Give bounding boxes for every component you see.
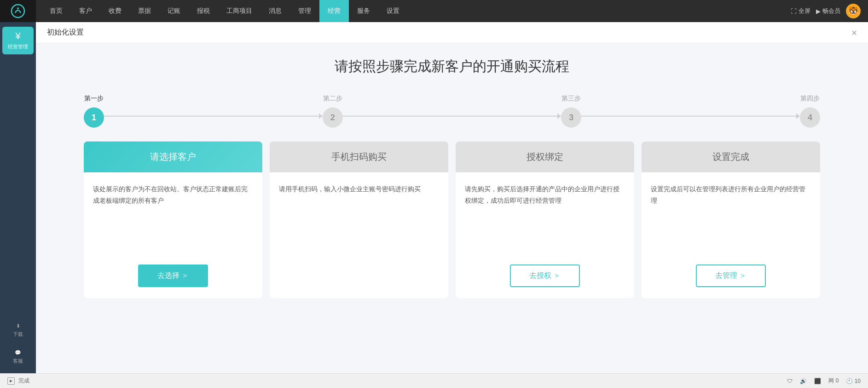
status-left: ▶ 完成 [7, 377, 29, 385]
card-4: 设置完成 设置完成后可以在管理列表进行所有企业用户的经营管理 去管理 ＞ [642, 141, 820, 298]
section-title: 请按照步骤完成新客户的开通购买流程 [54, 57, 850, 76]
card-4-body: 设置完成后可以在管理列表进行所有企业用户的经营管理 [642, 172, 820, 257]
status-right: 🛡 🔊 ⬛ 网 0 🕙 10 [787, 377, 861, 385]
status-text: 完成 [18, 377, 29, 385]
card-3-header: 授权绑定 [456, 141, 634, 172]
cards-row: 请选择客户 该处展示的客户为不在回收站、客户状态正常建账后完成老板端绑定的所有客… [84, 141, 820, 298]
volume-icon: 🔊 [800, 378, 807, 384]
nav-operation[interactable]: 经营 [319, 0, 349, 22]
step-3-circle: 3 [561, 107, 581, 128]
step-2-label: 第二步 [323, 94, 342, 103]
arrow-2 [557, 113, 561, 119]
connector-2-3 [343, 113, 561, 119]
card-2-header: 手机扫码购买 [270, 141, 448, 172]
sidebar-download[interactable]: ⬇ 下载 [2, 319, 34, 342]
yuan-icon: ¥ [15, 31, 20, 41]
card-1-header: 请选择客户 [84, 141, 262, 172]
nav-accounting[interactable]: 记账 [159, 0, 189, 22]
step-4-circle: 4 [800, 107, 820, 128]
card-4-footer: 去管理 ＞ [642, 257, 820, 298]
nav-client[interactable]: 客户 [71, 0, 100, 22]
step-3: 第三步 3 [561, 94, 581, 128]
app-logo [0, 0, 36, 22]
connector-1-2 [104, 113, 323, 119]
step-2-circle: 2 [323, 107, 343, 128]
main-layout: ¥ 经营管理 ⬇ 下载 💬 客服 初始化设置 × 请按照步骤完成新客户的开通购买… [0, 22, 868, 373]
shield-icon: 🛡 [787, 378, 793, 384]
network-status: 网 0 [828, 377, 839, 385]
nav-message[interactable]: 消息 [260, 0, 290, 22]
nav-right-actions: ⛶ 全屏 ▶ 畅会员 🐯 [791, 4, 861, 18]
step-2: 第二步 2 [323, 94, 343, 128]
step-1-circle: 1 [84, 107, 104, 128]
card-4-header: 设置完成 [642, 141, 820, 172]
nav-settings[interactable]: 设置 [378, 0, 408, 22]
card-3-body: 请先购买，购买后选择开通的产品中的企业用户进行授权绑定，成功后即可进行经营管理 [456, 172, 634, 257]
step-4: 第四步 4 [800, 94, 820, 128]
sidebar: ¥ 经营管理 ⬇ 下载 💬 客服 [0, 22, 36, 373]
line-2 [343, 116, 558, 117]
clock-status: 🕙 10 [846, 378, 861, 384]
top-navigation: 首页 客户 收费 票据 记账 报税 工商项目 消息 管理 经营 服务 设置 ⛶ … [0, 0, 868, 22]
step-1: 第一步 1 [84, 94, 104, 128]
steps-row: 第一步 1 第二步 2 [84, 94, 820, 128]
card-3-button[interactable]: 去授权 ＞ [510, 265, 580, 287]
nav-invoice[interactable]: 票据 [130, 0, 159, 22]
card-2-body: 请用手机扫码，输入小微企业主账号密码进行购买 [270, 172, 448, 280]
page-title: 初始化设置 [47, 28, 84, 37]
step-1-label: 第一步 [84, 94, 104, 103]
step-4-label: 第四步 [800, 94, 820, 103]
sidebar-label-operation: 经营管理 [8, 43, 28, 50]
card-1-footer: 去选择 ＞ [84, 257, 262, 298]
close-button[interactable]: × [851, 28, 857, 37]
play-button[interactable]: ▶ [7, 377, 15, 385]
vip-button[interactable]: ▶ 畅会员 [816, 7, 840, 15]
card-3: 授权绑定 请先购买，购买后选择开通的产品中的企业用户进行授权绑定，成功后即可进行… [456, 141, 634, 298]
card-2: 手机扫码购买 请用手机扫码，输入小微企业主账号密码进行购买 [270, 141, 448, 298]
connector-3-4 [581, 113, 800, 119]
fullscreen-button[interactable]: ⛶ 全屏 [791, 7, 810, 15]
page-header: 初始化设置 × [36, 22, 868, 43]
nav-home[interactable]: 首页 [41, 0, 71, 22]
card-3-footer: 去授权 ＞ [456, 257, 634, 298]
nav-business[interactable]: 工商项目 [218, 0, 260, 22]
sidebar-item-operation[interactable]: ¥ 经营管理 [2, 27, 34, 54]
nav-menu: 首页 客户 收费 票据 记账 报税 工商项目 消息 管理 经营 服务 设置 [41, 0, 408, 22]
sidebar-bottom: ⬇ 下载 💬 客服 [2, 319, 34, 373]
svg-point-0 [12, 5, 24, 18]
svg-point-1 [17, 7, 19, 9]
card-1: 请选择客户 该处展示的客户为不在回收站、客户状态正常建账后完成老板端绑定的所有客… [84, 141, 262, 298]
card-1-body: 该处展示的客户为不在回收站、客户状态正常建账后完成老板端绑定的所有客户 [84, 172, 262, 257]
nav-fee[interactable]: 收费 [100, 0, 130, 22]
avatar[interactable]: 🐯 [846, 4, 861, 18]
nav-manage[interactable]: 管理 [290, 0, 319, 22]
arrow-1 [319, 113, 323, 119]
step-3-label: 第三步 [561, 94, 581, 103]
support-icon: 💬 [15, 350, 21, 356]
fullscreen-icon: ⛶ [791, 8, 797, 15]
card-1-button[interactable]: 去选择 ＞ [138, 265, 208, 287]
card-4-button[interactable]: 去管理 ＞ [696, 265, 766, 287]
play-icon: ▶ [816, 8, 821, 15]
screen-icon: ⬛ [814, 378, 821, 384]
line-1 [104, 116, 319, 117]
line-3 [581, 116, 797, 117]
download-icon: ⬇ [16, 323, 20, 329]
page-content: 请按照步骤完成新客户的开通购买流程 第一步 1 第二步 2 [36, 43, 868, 373]
nav-tax[interactable]: 报税 [189, 0, 218, 22]
arrow-3 [796, 113, 800, 119]
card-2-footer [270, 280, 448, 298]
status-bar: ▶ 完成 🛡 🔊 ⬛ 网 0 🕙 10 [0, 373, 868, 388]
sidebar-support[interactable]: 💬 客服 [2, 346, 34, 369]
nav-service[interactable]: 服务 [349, 0, 378, 22]
content-area: 初始化设置 × 请按照步骤完成新客户的开通购买流程 第一步 1 [36, 22, 868, 373]
